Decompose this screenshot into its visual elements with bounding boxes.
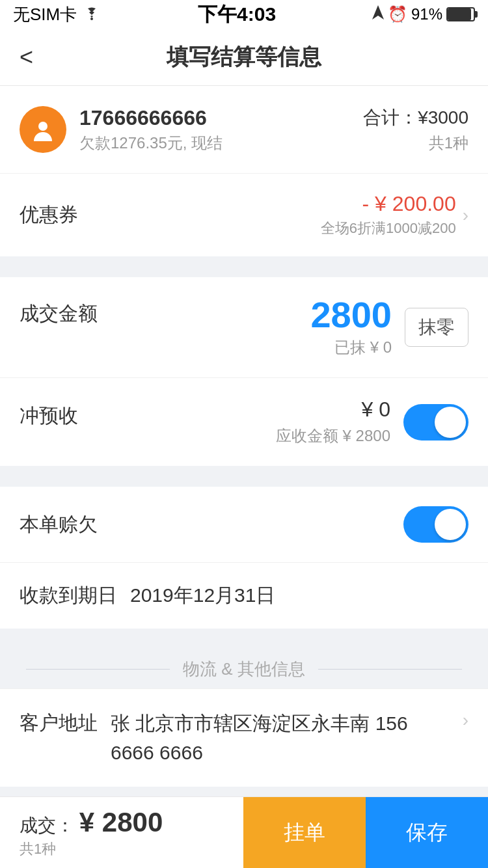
logistics-section-divider: 物流 & 其他信息 (0, 649, 488, 688)
address-value: 张 北京市市辖区海淀区永丰南 156 6666 6666 (111, 709, 456, 767)
user-left: 17666666666 欠款1276.35元, 现结 (20, 106, 223, 154)
prepay-right: ¥ 0 应收金额 ¥ 2800 (276, 398, 468, 446)
user-info: 17666666666 欠款1276.35元, 现结 (79, 106, 223, 154)
nav-bar: < 填写结算等信息 (0, 29, 488, 86)
prepay-sub: 应收金额 ¥ 2800 (276, 426, 390, 446)
wifi-icon (82, 5, 102, 25)
prepay-toggle[interactable] (403, 404, 468, 441)
coupon-value-area: - ¥ 200.00 全场6折满1000减200 (321, 192, 456, 238)
debit-row: 本单赊欠 (0, 487, 488, 562)
address-row[interactable]: 客户地址 张 北京市市辖区海淀区永丰南 156 6666 6666 › (0, 688, 488, 787)
coupon-amount: - ¥ 200.00 (321, 192, 456, 216)
coupon-label: 优惠券 (20, 202, 78, 228)
logistics-divider-text: 物流 & 其他信息 (183, 658, 305, 681)
divider-3 (0, 639, 488, 649)
address-key: 客户地址 (20, 709, 98, 737)
amount-value: 2800 已抹 ¥ 0 (310, 297, 392, 358)
user-phone: 17666666666 (79, 106, 223, 130)
bottom-deal-label: 成交： (20, 815, 74, 835)
deal-number: 2800 (310, 297, 392, 333)
svg-point-0 (90, 18, 93, 20)
bottom-deal-row: 成交： ¥ 2800 (20, 807, 224, 838)
divider-line-left (26, 669, 170, 670)
status-left: 无SIM卡 (13, 3, 102, 26)
total-count: 共1种 (363, 133, 468, 154)
deal-card: 成交金额 2800 已抹 ¥ 0 抹零 冲预收 ¥ 0 应收金额 ¥ 2800 (0, 277, 488, 466)
user-right: 合计：¥3000 共1种 (363, 105, 468, 154)
bottom-count: 共1种 (20, 839, 224, 859)
debit-label: 本单赊欠 (20, 511, 98, 538)
user-row: 17666666666 欠款1276.35元, 现结 合计：¥3000 共1种 (0, 86, 488, 173)
prepay-amount: ¥ 0 (276, 398, 390, 422)
status-right: ⏰ 91% (372, 5, 475, 23)
coupon-chevron-icon: › (463, 205, 468, 226)
bottom-bar: 成交： ¥ 2800 共1种 挂单 保存 (0, 796, 488, 868)
deal-sub: 已抹 ¥ 0 (310, 337, 392, 358)
prepay-row: 冲预收 ¥ 0 应收金额 ¥ 2800 (0, 378, 488, 466)
status-bar: 无SIM卡 下午4:03 ⏰ 91% (0, 0, 488, 29)
amount-label: 成交金额 (20, 297, 98, 327)
hang-button[interactable]: 挂单 (243, 797, 366, 869)
bottom-amount: ¥ 2800 (79, 807, 163, 837)
debit-toggle[interactable] (403, 506, 468, 543)
debit-card: 本单赊欠 收款到期日 2019年12月31日 (0, 487, 488, 629)
user-card: 17666666666 欠款1276.35元, 现结 合计：¥3000 共1种 … (0, 86, 488, 256)
amount-right: 2800 已抹 ¥ 0 抹零 (310, 297, 468, 358)
user-desc: 欠款1276.35元, 现结 (79, 133, 223, 154)
content: 17666666666 欠款1276.35元, 现结 合计：¥3000 共1种 … (0, 86, 488, 868)
prepay-amount-area: ¥ 0 应收金额 ¥ 2800 (276, 398, 390, 446)
carrier-text: 无SIM卡 (13, 3, 77, 26)
save-button-label: 保存 (406, 819, 448, 847)
divider-inner: 物流 & 其他信息 (0, 658, 488, 681)
coupon-right: - ¥ 200.00 全场6折满1000减200 › (321, 192, 468, 238)
prepay-label: 冲预收 (20, 398, 78, 429)
round-button[interactable]: 抹零 (405, 308, 468, 347)
gps-icon (372, 5, 384, 23)
address-card: 客户地址 张 北京市市辖区海淀区永丰南 156 6666 6666 › (0, 688, 488, 787)
back-button[interactable]: < (20, 44, 33, 71)
page-title: 填写结算等信息 (167, 42, 321, 72)
svg-point-1 (38, 122, 47, 131)
battery-fill (448, 8, 471, 20)
amount-row: 成交金额 2800 已抹 ¥ 0 抹零 (0, 277, 488, 378)
due-value: 2019年12月31日 (130, 582, 275, 609)
coupon-desc: 全场6折满1000减200 (321, 219, 456, 238)
avatar (20, 106, 66, 153)
hang-button-label: 挂单 (284, 819, 325, 847)
address-chevron-icon: › (463, 709, 468, 731)
divider-1 (0, 267, 488, 277)
status-time: 下午4:03 (198, 1, 276, 28)
prepay-toggle-thumb (435, 407, 466, 438)
due-row: 收款到期日 2019年12月31日 (0, 562, 488, 629)
save-button[interactable]: 保存 (366, 797, 488, 869)
alarm-icon: ⏰ (388, 5, 407, 23)
coupon-row[interactable]: 优惠券 - ¥ 200.00 全场6折满1000减200 › (0, 173, 488, 256)
due-label: 收款到期日 (20, 582, 117, 609)
divider-2 (0, 476, 488, 487)
debit-toggle-thumb (435, 509, 466, 540)
battery-percent: 91% (411, 5, 442, 23)
bottom-summary: 成交： ¥ 2800 共1种 (0, 807, 243, 859)
divider-line-right (318, 669, 462, 670)
battery-icon (446, 7, 475, 21)
total-label: 合计：¥3000 (363, 105, 468, 130)
